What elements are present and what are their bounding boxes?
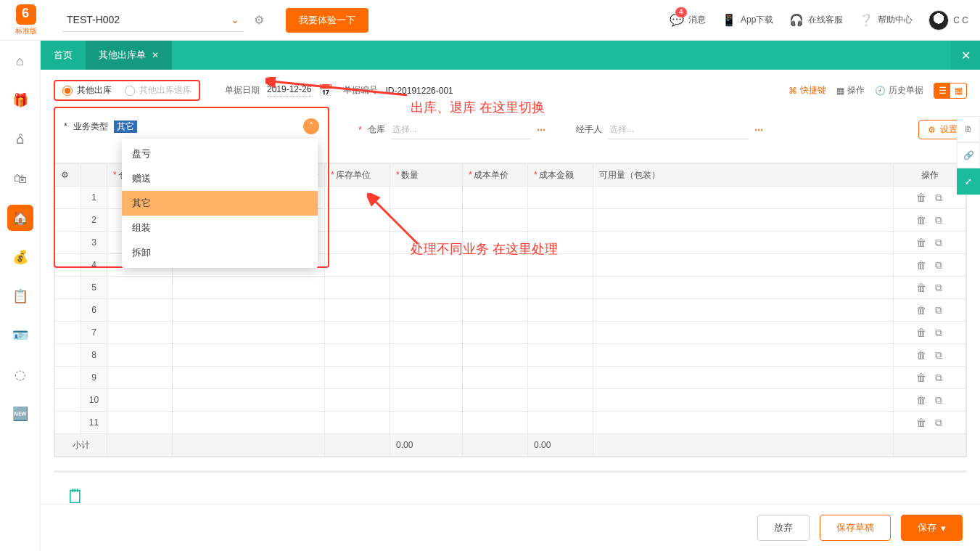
help-center-button[interactable]: ❔ 帮助中心 xyxy=(859,13,913,27)
save-button[interactable]: 保存▾ xyxy=(901,515,963,541)
table-row[interactable]: 7🗑⧉ xyxy=(55,322,966,344)
radio-other-outbound-return[interactable]: 其他出库退库 xyxy=(125,84,192,97)
business-type-highlight-box: * 业务类型 其它 ˄ 盘亏 赠送 其它 组装 拆卸 xyxy=(54,107,329,268)
handler-input[interactable]: 选择... xyxy=(608,121,749,139)
rail-expand-icon[interactable]: ⤢ xyxy=(957,168,980,195)
radio-other-outbound[interactable]: 其他出库 xyxy=(62,84,112,97)
row-index: 9 xyxy=(81,367,107,389)
view-mode-toggle: ☰ ▦ xyxy=(934,83,967,99)
table-row[interactable]: 10🗑⧉ xyxy=(55,389,966,412)
copy-row-icon[interactable]: ⧉ xyxy=(933,192,944,203)
sidebar-loading-icon[interactable]: ◌ xyxy=(7,362,33,388)
app-download-label: App下载 xyxy=(741,14,773,26)
delete-row-icon[interactable]: 🗑 xyxy=(915,327,927,338)
table-row[interactable]: 8🗑⧉ xyxy=(55,344,966,367)
sidebar-money-icon[interactable]: 💰 xyxy=(7,244,33,270)
dropdown-option[interactable]: 拆卸 xyxy=(122,240,318,265)
sidebar-home-icon[interactable]: ⌂ xyxy=(7,48,33,74)
sidebar-new-icon[interactable]: 🆕 xyxy=(7,401,33,427)
messages-button[interactable]: 💬 消息 4 xyxy=(670,13,706,27)
tenant-settings-gear-icon[interactable]: ⚙ xyxy=(254,13,264,27)
tabs-close-all-icon[interactable]: ✕ xyxy=(951,41,980,70)
online-service-button[interactable]: 🎧 在线客服 xyxy=(789,13,843,27)
delete-row-icon[interactable]: 🗑 xyxy=(915,304,927,316)
chevron-down-icon: ▾ xyxy=(941,523,946,534)
copy-row-icon[interactable]: ⧉ xyxy=(933,282,944,293)
col-cost-amount: *成本金额 xyxy=(528,164,593,187)
warehouse-field[interactable]: * 仓库 选择... ⋯ xyxy=(358,121,547,139)
remark-input[interactable] xyxy=(107,499,960,505)
table-row[interactable]: 6🗑⧉ xyxy=(55,299,966,322)
delete-row-icon[interactable]: 🗑 xyxy=(915,259,927,271)
tab-other-outbound[interactable]: 其他出库单 ✕ xyxy=(86,41,172,70)
rail-note-icon[interactable]: 🗎 xyxy=(957,116,980,142)
copy-row-icon[interactable]: ⧉ xyxy=(933,237,944,248)
copy-row-icon[interactable]: ⧉ xyxy=(933,304,944,316)
more-icon[interactable]: ⋯ xyxy=(537,125,547,135)
operate-button[interactable]: ▦操作 xyxy=(836,84,865,97)
delete-row-icon[interactable]: 🗑 xyxy=(915,349,927,361)
sidebar-clipboard-icon[interactable]: 📋 xyxy=(7,283,33,309)
hotkey-icon: ⌘ xyxy=(788,86,797,96)
help-center-label: 帮助中心 xyxy=(878,14,913,26)
sidebar-gift-icon[interactable]: 🎁 xyxy=(7,87,33,113)
view-list-icon[interactable]: ☰ xyxy=(934,83,950,98)
delete-row-icon[interactable]: 🗑 xyxy=(915,237,927,248)
table-row[interactable]: 9🗑⧉ xyxy=(55,367,966,389)
row-index: 8 xyxy=(81,344,107,367)
discard-button[interactable]: 放弃 xyxy=(757,515,810,541)
required-asterisk: * xyxy=(358,125,362,135)
sidebar-bag-icon[interactable]: 🛍 xyxy=(7,166,33,192)
delete-row-icon[interactable]: 🗑 xyxy=(915,214,927,226)
copy-row-icon[interactable]: ⧉ xyxy=(933,372,944,383)
page-tools: ⌘快捷键 ▦操作 🕘历史单据 ☰ ▦ xyxy=(788,83,967,99)
messages-label: 消息 xyxy=(688,14,706,26)
delete-row-icon[interactable]: 🗑 xyxy=(915,282,927,293)
chevron-up-icon[interactable]: ˄ xyxy=(303,118,319,134)
tenant-selector[interactable]: TEST-H002 ⌄ xyxy=(62,9,244,32)
table-row[interactable]: 5🗑⧉ xyxy=(55,277,966,299)
business-type-field[interactable]: * 业务类型 其它 ˄ xyxy=(64,118,319,134)
more-icon[interactable]: ⋯ xyxy=(754,125,765,135)
dropdown-option[interactable]: 赠送 xyxy=(122,166,318,191)
rail-link-icon[interactable]: 🔗 xyxy=(957,142,980,168)
tab-strip: 首页 其他出库单 ✕ ✕ xyxy=(41,41,980,70)
delete-row-icon[interactable]: 🗑 xyxy=(915,372,927,383)
subtotal-qty: 0.00 xyxy=(390,434,463,457)
copy-row-icon[interactable]: ⧉ xyxy=(933,259,944,271)
tab-close-icon[interactable]: ✕ xyxy=(152,50,159,60)
handler-field[interactable]: 经手人 选择... ⋯ xyxy=(576,121,765,139)
handler-label: 经手人 xyxy=(576,123,602,136)
page-content: 出库、退库 在这里切换 处理不同业务 在这里处理 其他出库 xyxy=(41,70,980,504)
table-row[interactable]: 11🗑⧉ xyxy=(55,412,966,434)
view-grid-icon[interactable]: ▦ xyxy=(950,83,966,98)
sidebar-contact-icon[interactable]: 🪪 xyxy=(7,322,33,348)
dropdown-option[interactable]: 盘亏 xyxy=(122,142,318,166)
hotkey-button[interactable]: ⌘快捷键 xyxy=(788,84,826,97)
copy-row-icon[interactable]: ⧉ xyxy=(933,214,944,226)
history-button[interactable]: 🕘历史单据 xyxy=(875,84,923,97)
copy-row-icon[interactable]: ⧉ xyxy=(933,349,944,361)
operate-label: 操作 xyxy=(847,84,865,97)
outbound-type-radio-group: 其他出库 其他出库退库 xyxy=(54,80,200,101)
delete-row-icon[interactable]: 🗑 xyxy=(915,417,927,428)
dropdown-option[interactable]: 组装 xyxy=(122,216,318,240)
delete-row-icon[interactable]: 🗑 xyxy=(915,192,927,203)
warehouse-label: 仓库 xyxy=(368,123,385,136)
subtotal-row: 小计 0.00 0.00 xyxy=(55,434,966,457)
warehouse-input[interactable]: 选择... xyxy=(391,121,531,139)
save-draft-button[interactable]: 保存草稿 xyxy=(820,515,891,541)
sidebar-warehouse-icon[interactable]: 🏠 xyxy=(7,205,33,231)
experience-button[interactable]: 我要体验一下 xyxy=(286,8,368,33)
row-index: 10 xyxy=(81,389,107,412)
dropdown-option-selected[interactable]: 其它 xyxy=(122,191,318,216)
sidebar-house-icon[interactable]: ⌂̂ xyxy=(7,126,33,152)
footer-actions: 放弃 保存草稿 保存▾ xyxy=(41,504,980,551)
app-download-button[interactable]: 📱 App下载 xyxy=(722,13,773,27)
copy-row-icon[interactable]: ⧉ xyxy=(933,327,944,338)
tab-home[interactable]: 首页 xyxy=(41,41,86,70)
user-menu[interactable]: C C xyxy=(928,10,968,30)
copy-row-icon[interactable]: ⧉ xyxy=(933,417,944,428)
delete-row-icon[interactable]: 🗑 xyxy=(915,394,927,406)
copy-row-icon[interactable]: ⧉ xyxy=(933,394,944,406)
